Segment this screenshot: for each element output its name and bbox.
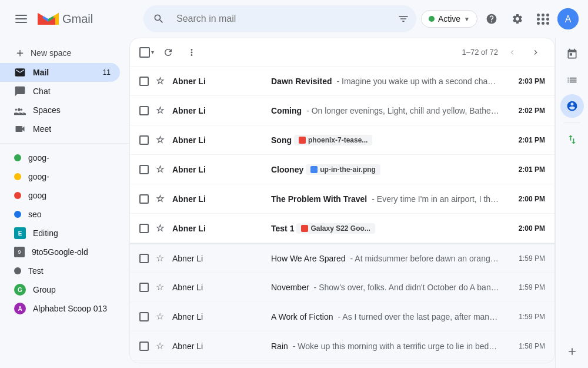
pagination-text: 1–72 of 72 (462, 48, 498, 57)
row-checkbox[interactable] (139, 135, 151, 145)
sender-name: Abner Li (172, 342, 266, 351)
sender-name: Abner Li (172, 254, 266, 263)
row-checkbox[interactable] (139, 254, 151, 263)
email-subject: Coming (271, 106, 302, 115)
label-item-alphabet[interactable]: A Alphabet Scoop 013 (0, 299, 120, 318)
pagination: 1–72 of 72 (462, 43, 545, 62)
table-row[interactable]: ☆ Abner Li How We Are Spared - At midsum… (130, 243, 554, 273)
help-button[interactable] (480, 7, 503, 31)
attachment-name: up-in-the-air.png (320, 165, 376, 174)
email-snippet: - On longer evenings, Light, chill and y… (306, 106, 499, 115)
row-checkbox[interactable] (139, 165, 151, 174)
star-icon[interactable]: ☆ (156, 223, 168, 234)
sidebar-item-mail[interactable]: Mail 11 (0, 63, 120, 82)
apps-button[interactable] (532, 7, 555, 31)
next-page-button[interactable] (526, 43, 545, 62)
email-subject: A Work of Fiction (271, 312, 333, 321)
table-row[interactable]: ☆ Abner Li Dawn Revisited - Imagine you … (130, 67, 554, 96)
row-checkbox[interactable] (139, 194, 151, 204)
select-all-checkbox-wrap[interactable]: ▾ (139, 47, 154, 58)
table-row[interactable]: ☆ Abner Li Rain - Woke up this morning w… (130, 331, 554, 361)
label-color-dot (14, 192, 21, 199)
star-icon[interactable]: ☆ (156, 75, 168, 87)
select-all-checkbox[interactable] (139, 47, 150, 58)
table-row[interactable]: ☆ Abner Li Don't Hesitate - If you sudde… (130, 361, 554, 363)
label-item-seo[interactable]: seo (0, 205, 120, 224)
menu-button[interactable] (9, 7, 33, 31)
row-checkbox[interactable] (139, 77, 151, 86)
label-item-test[interactable]: Test (0, 261, 120, 280)
topbar-right: Active ▼ A (421, 7, 579, 31)
prev-page-button[interactable] (503, 43, 522, 62)
star-icon[interactable]: ☆ (156, 340, 168, 352)
mail-icon (14, 67, 26, 78)
status-button[interactable]: Active ▼ (421, 10, 477, 28)
label-item-goog3[interactable]: goog (0, 186, 120, 205)
email-subject: November (271, 283, 309, 292)
mail-badge: 11 (103, 68, 111, 77)
email-subject: How We Are Spared (271, 254, 346, 263)
row-checkbox[interactable] (139, 283, 151, 292)
more-options-button[interactable] (182, 43, 201, 62)
email-time: 2:02 PM (504, 107, 545, 115)
row-checkbox[interactable] (139, 224, 151, 233)
label-item-goog1[interactable]: goog- (0, 148, 120, 167)
label-item-9to5google[interactable]: 9 9to5Google-old (0, 243, 120, 261)
label-item-group[interactable]: G Group (0, 280, 120, 299)
attachment-tag: phoenix-7-tease... (294, 135, 372, 145)
meet-icon (14, 123, 26, 135)
table-row[interactable]: ☆ Abner Li A Work of Fiction - As I turn… (130, 302, 554, 331)
email-time: 1:59 PM (504, 313, 545, 321)
sidebar-item-spaces[interactable]: Spaces (0, 101, 120, 120)
label-item-goog2[interactable]: goog- (0, 167, 120, 186)
star-icon[interactable]: ☆ (156, 253, 168, 264)
topbar-left: Gmail (9, 7, 139, 31)
label-color-dot (14, 173, 21, 180)
star-icon[interactable]: ☆ (156, 134, 168, 145)
email-toolbar: ▾ 1–72 of 72 (130, 38, 554, 67)
gmail-logo: Gmail (38, 11, 93, 27)
search-filter-icon[interactable] (397, 13, 409, 25)
email-subject: Clooney (271, 165, 303, 174)
table-row[interactable]: ☆ Abner Li Coming - On longer evenings, … (130, 96, 554, 125)
search-bar (143, 5, 416, 32)
sender-name: Abner Li (172, 77, 266, 86)
new-space-button[interactable]: ＋ New space (0, 42, 129, 63)
star-icon[interactable]: ☆ (156, 311, 168, 322)
svg-rect-0 (15, 15, 27, 16)
table-row[interactable]: ☆ Abner Li Clooney up-in-the-air.png 2:0… (130, 155, 554, 184)
label-color-dot (14, 211, 21, 218)
new-space-label: New space (31, 48, 71, 58)
table-row[interactable]: ☆ Abner Li November - Show's over, folks… (130, 273, 554, 302)
calendar-panel-button[interactable] (560, 42, 584, 66)
email-list: ☆ Abner Li Dawn Revisited - Imagine you … (130, 67, 554, 363)
star-icon[interactable]: ☆ (156, 281, 168, 293)
label-name: goog- (28, 153, 49, 163)
star-icon[interactable]: ☆ (156, 105, 168, 116)
table-row[interactable]: ☆ Abner Li The Problem With Travel - Eve… (130, 184, 554, 214)
row-checkbox[interactable] (139, 106, 151, 115)
select-dropdown-icon[interactable]: ▾ (151, 49, 154, 55)
label-item-editing[interactable]: E Editing (0, 224, 120, 243)
attachment-name: Galaxy S22 Goo... (310, 224, 370, 233)
search-input[interactable] (143, 5, 416, 32)
star-icon[interactable]: ☆ (156, 164, 168, 175)
add-panel-button[interactable] (560, 340, 584, 363)
status-label: Active (438, 14, 460, 24)
row-checkbox[interactable] (139, 342, 151, 351)
table-row[interactable]: ☆ Abner Li Test 1 Galaxy S22 Goo... 2:00… (130, 214, 554, 243)
tasks-panel-button[interactable] (560, 68, 584, 92)
refresh-button[interactable] (159, 43, 178, 62)
duo-panel-button[interactable] (560, 128, 584, 151)
email-subject: Song (271, 135, 292, 145)
user-avatar[interactable]: A (557, 8, 579, 29)
sidebar-item-meet[interactable]: Meet (0, 120, 120, 138)
row-checkbox[interactable] (139, 312, 151, 321)
table-row[interactable]: ☆ Abner Li Song phoenix-7-tease... 2:01 … (130, 125, 554, 155)
label-name: goog- (28, 172, 49, 181)
settings-button[interactable] (506, 7, 529, 31)
star-icon[interactable]: ☆ (156, 193, 168, 204)
contacts-panel-button[interactable] (560, 94, 584, 118)
email-subject: Rain (271, 342, 288, 351)
sidebar-item-chat[interactable]: Chat (0, 82, 120, 101)
